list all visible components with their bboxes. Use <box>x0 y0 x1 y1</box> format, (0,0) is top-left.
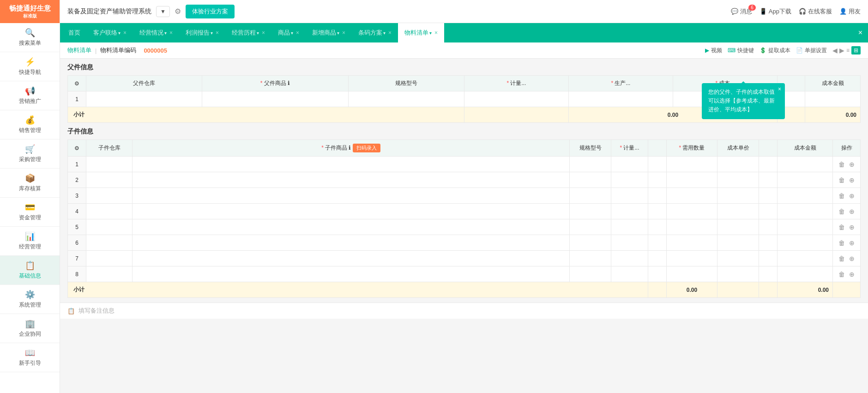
close-icon[interactable]: × <box>296 30 299 36</box>
child-cost-amount-cell[interactable] <box>778 204 833 219</box>
child-warehouse-cell[interactable] <box>86 188 133 204</box>
child-unit-cell[interactable] <box>611 157 648 172</box>
parent-cost-amount-cell[interactable] <box>805 91 861 107</box>
child-cost-unit-cell[interactable] <box>717 266 759 282</box>
child-unit-cell[interactable] <box>611 266 648 282</box>
child-product-cell[interactable] <box>133 204 570 219</box>
parent-spec-cell[interactable] <box>349 91 464 107</box>
copy-icon[interactable]: ⊕ <box>849 239 855 247</box>
copy-icon[interactable]: ⊕ <box>849 176 855 184</box>
child-spec-cell[interactable] <box>570 251 611 266</box>
child-product-cell[interactable] <box>133 157 570 172</box>
view-btn[interactable]: ▶ 视频 <box>705 47 722 54</box>
child-unit-cell[interactable] <box>611 235 648 251</box>
child-warehouse-cell[interactable] <box>86 266 133 282</box>
tab-ops-status[interactable]: 经营情况 ▾ × <box>133 23 179 42</box>
child-spec-cell[interactable] <box>570 157 611 172</box>
sidebar-item-search[interactable]: 🔍 搜索菜单 <box>0 23 60 52</box>
tab-home[interactable]: 首页 <box>62 23 87 42</box>
table-mode-btn[interactable]: ⊞ <box>851 46 861 54</box>
parent-col-settings[interactable]: ⚙ <box>68 76 86 91</box>
scan-input-btn[interactable]: 扫码录入 <box>353 144 380 152</box>
sidebar-item-finance[interactable]: 💳 资金管理 <box>0 198 60 227</box>
child-cost-amount-cell[interactable] <box>778 266 833 282</box>
child-needed-qty-cell[interactable] <box>667 251 717 266</box>
child-needed-qty-cell[interactable] <box>667 172 717 188</box>
online-service-btn[interactable]: 🎧 在线客服 <box>799 7 832 16</box>
tab-bom[interactable]: 物料清单 ▾ × <box>398 23 444 42</box>
sidebar-item-sales[interactable]: 💰 销售管理 <box>0 110 60 139</box>
sidebar-item-purchase[interactable]: 🛒 采购管理 <box>0 139 60 169</box>
cost-btn[interactable]: 💲 提取成本 <box>760 47 790 54</box>
delete-icon[interactable]: 🗑 <box>838 239 845 247</box>
parent-production-cell[interactable] <box>568 91 673 107</box>
child-unit-cell[interactable] <box>611 188 648 204</box>
experience-btn[interactable]: 体验行业方案 <box>186 5 235 18</box>
copy-icon[interactable]: ⊕ <box>849 208 855 215</box>
sidebar-item-inventory[interactable]: 📦 库存核算 <box>0 169 60 198</box>
tab-barcode[interactable]: 条码方案 ▾ × <box>352 23 398 42</box>
child-spec-cell[interactable] <box>570 172 611 188</box>
delete-icon[interactable]: 🗑 <box>838 255 845 262</box>
child-needed-qty-cell[interactable] <box>667 157 717 172</box>
child-warehouse-cell[interactable] <box>86 219 133 235</box>
sidebar-item-marketing[interactable]: 📢 营销推广 <box>0 81 60 110</box>
shortcut-btn[interactable]: ⌨ 快捷键 <box>728 47 754 54</box>
child-warehouse-cell[interactable] <box>86 235 133 251</box>
child-needed-qty-cell[interactable] <box>667 266 717 282</box>
child-cost-amount-cell[interactable] <box>778 251 833 266</box>
child-needed-qty-cell[interactable] <box>667 235 717 251</box>
child-product-cell[interactable] <box>133 188 570 204</box>
child-cost-amount-cell[interactable] <box>778 235 833 251</box>
child-cost-unit-cell[interactable] <box>717 235 759 251</box>
copy-icon[interactable]: ⊕ <box>849 224 855 231</box>
message-btn[interactable]: 💬 消息 6 <box>731 7 752 16</box>
single-settings-btn[interactable]: 📄 单据设置 <box>796 47 827 54</box>
child-cost-unit-cell[interactable] <box>717 204 759 219</box>
child-product-cell[interactable] <box>133 251 570 266</box>
child-cost-unit-cell[interactable] <box>717 251 759 266</box>
child-cost-unit-cell[interactable] <box>717 172 759 188</box>
child-product-cell[interactable] <box>133 219 570 235</box>
child-needed-qty-cell[interactable] <box>667 204 717 219</box>
child-col-settings[interactable]: ⚙ <box>68 140 86 157</box>
delete-icon[interactable]: 🗑 <box>838 161 845 168</box>
parent-product-cell[interactable] <box>202 91 349 107</box>
tab-new-products[interactable]: 新增商品 ▾ × <box>306 23 352 42</box>
next-btn[interactable]: ▶ <box>839 47 844 54</box>
delete-icon[interactable]: 🗑 <box>838 176 845 184</box>
child-spec-cell[interactable] <box>570 204 611 219</box>
user-menu-btn[interactable]: 👤 用友 <box>839 7 861 16</box>
parent-unit-cell[interactable] <box>464 91 568 107</box>
delete-icon[interactable]: 🗑 <box>838 208 845 215</box>
child-cost-unit-cell[interactable] <box>717 157 759 172</box>
tab-products[interactable]: 商品 ▾ × <box>271 23 306 42</box>
child-product-cell[interactable] <box>133 266 570 282</box>
close-icon[interactable]: × <box>123 30 127 36</box>
sidebar-item-quick-nav[interactable]: ⚡ 快捷导航 <box>0 52 60 81</box>
child-warehouse-cell[interactable] <box>86 157 133 172</box>
child-product-cell[interactable] <box>133 235 570 251</box>
child-cost-amount-cell[interactable] <box>778 188 833 204</box>
prev-btn[interactable]: ◀ <box>832 47 838 54</box>
child-spec-cell[interactable] <box>570 188 611 204</box>
breadcrumb-parent[interactable]: 物料清单 <box>67 46 91 54</box>
sidebar-item-basic-info[interactable]: 📋 基础信息 <box>0 256 60 285</box>
child-cost-amount-cell[interactable] <box>778 157 833 172</box>
app-download-btn[interactable]: 📱 App下载 <box>760 7 791 16</box>
system-select-dropdown[interactable]: ▼ <box>156 6 170 17</box>
child-spec-cell[interactable] <box>570 235 611 251</box>
sidebar-item-guide[interactable]: 📖 新手引导 <box>0 343 60 372</box>
child-warehouse-cell[interactable] <box>86 172 133 188</box>
child-spec-cell[interactable] <box>570 219 611 235</box>
child-cost-amount-cell[interactable] <box>778 172 833 188</box>
sidebar-item-system[interactable]: ⚙️ 系统管理 <box>0 285 60 314</box>
child-cost-unit-cell[interactable] <box>717 219 759 235</box>
child-unit-cell[interactable] <box>611 204 648 219</box>
delete-icon[interactable]: 🗑 <box>838 192 845 200</box>
delete-icon[interactable]: 🗑 <box>838 271 845 278</box>
note-label[interactable]: 填写备注信息 <box>78 307 115 315</box>
tab-ops-history[interactable]: 经营历程 ▾ × <box>225 23 271 42</box>
view-mode-btn[interactable]: ≡ <box>846 47 850 54</box>
child-cost-unit-cell[interactable] <box>717 188 759 204</box>
